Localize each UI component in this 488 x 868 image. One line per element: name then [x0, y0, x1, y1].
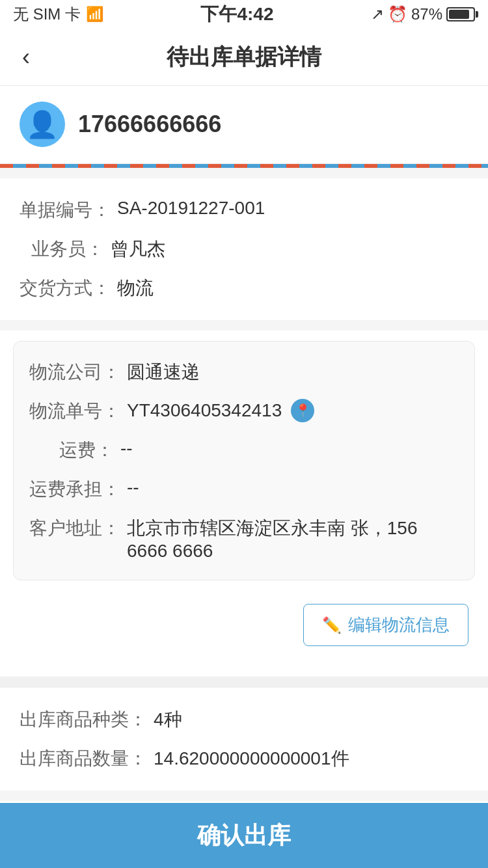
confirm-outbound-button[interactable]: 确认出库 — [0, 803, 488, 868]
edit-logistics-container: ✏️ 编辑物流信息 — [0, 591, 488, 659]
delivery-method-row: 交货方式： 物流 — [20, 276, 468, 301]
doc-number-label: 单据编号： — [20, 198, 117, 223]
back-button[interactable]: ‹ — [16, 37, 36, 77]
location-icon: ↗ — [371, 5, 384, 23]
edit-icon: ✏️ — [322, 616, 342, 634]
tracking-number-text: YT4306405342413 — [127, 400, 282, 421]
freight-label: 运费： — [29, 438, 120, 463]
customer-header: 👤 17666666666 — [0, 86, 488, 163]
logistics-company-row: 物流公司： 圆通速递 — [29, 360, 459, 385]
logistics-company-value: 圆通速递 — [127, 360, 459, 385]
product-quantity-value: 14.620000000000001件 — [154, 746, 468, 771]
status-bar: 无 SIM 卡 📶 下午4:42 ↗ ⏰ 87% — [0, 0, 488, 29]
product-category-label: 出库商品种类： — [20, 707, 154, 732]
freight-row: 运费： -- — [29, 438, 459, 463]
alarm-icon: ⏰ — [388, 5, 407, 23]
product-quantity-label: 出库商品数量： — [20, 746, 154, 771]
status-time: 下午4:42 — [200, 2, 273, 27]
sales-person-label: 业务员： — [20, 237, 111, 262]
freight-bear-label: 运费承担： — [29, 477, 127, 502]
dashed-divider — [0, 164, 488, 168]
product-summary-section: 出库商品种类： 4种 出库商品数量： 14.620000000000001件 — [0, 688, 488, 791]
nav-title: 待出库单据详情 — [167, 42, 321, 72]
address-row: 客户地址： 北京市市辖区海淀区永丰南 张，156 6666 6666 — [29, 516, 459, 562]
status-left: 无 SIM 卡 📶 — [13, 4, 103, 25]
user-icon: 👤 — [26, 109, 59, 140]
nav-bar: ‹ 待出库单据详情 — [0, 29, 488, 86]
edit-logistics-label: 编辑物流信息 — [348, 614, 450, 636]
avatar: 👤 — [20, 102, 65, 147]
freight-bear-row: 运费承担： -- — [29, 477, 459, 502]
delivery-method-value: 物流 — [117, 276, 468, 301]
section-divider — [0, 677, 488, 688]
battery-percent: 87% — [411, 5, 442, 23]
product-category-row: 出库商品种类： 4种 — [20, 707, 468, 732]
battery-icon — [446, 7, 475, 21]
carrier-text: 无 SIM 卡 — [13, 4, 81, 25]
freight-value: -- — [120, 438, 459, 459]
logistics-card: 物流公司： 圆通速递 物流单号： YT4306405342413 📍 运费： -… — [13, 341, 475, 580]
doc-number-row: 单据编号： SA-20191227-001 — [20, 198, 468, 223]
product-quantity-row: 出库商品数量： 14.620000000000001件 — [20, 746, 468, 771]
status-right: ↗ ⏰ 87% — [371, 5, 475, 23]
edit-logistics-button[interactable]: ✏️ 编辑物流信息 — [303, 604, 468, 646]
map-pin-icon[interactable]: 📍 — [291, 399, 314, 422]
logistics-tracking-row: 物流单号： YT4306405342413 📍 — [29, 399, 459, 424]
logistics-company-label: 物流公司： — [29, 360, 127, 385]
document-info-section: 单据编号： SA-20191227-001 业务员： 曾凡杰 交货方式： 物流 — [0, 178, 488, 320]
wifi-icon: 📶 — [86, 6, 103, 23]
doc-number-value: SA-20191227-001 — [117, 198, 468, 219]
address-label: 客户地址： — [29, 516, 127, 541]
sales-person-value: 曾凡杰 — [111, 237, 468, 262]
logistics-tracking-label: 物流单号： — [29, 399, 127, 424]
confirm-button-label: 确认出库 — [197, 820, 291, 852]
logistics-tracking-value: YT4306405342413 📍 — [127, 399, 459, 422]
freight-bear-value: -- — [127, 477, 459, 498]
delivery-method-label: 交货方式： — [20, 276, 117, 301]
sales-person-row: 业务员： 曾凡杰 — [20, 237, 468, 262]
customer-phone: 17666666666 — [78, 111, 221, 138]
battery-fill — [449, 10, 469, 19]
address-value: 北京市市辖区海淀区永丰南 张，156 6666 6666 — [127, 516, 459, 562]
product-category-value: 4种 — [154, 707, 468, 732]
